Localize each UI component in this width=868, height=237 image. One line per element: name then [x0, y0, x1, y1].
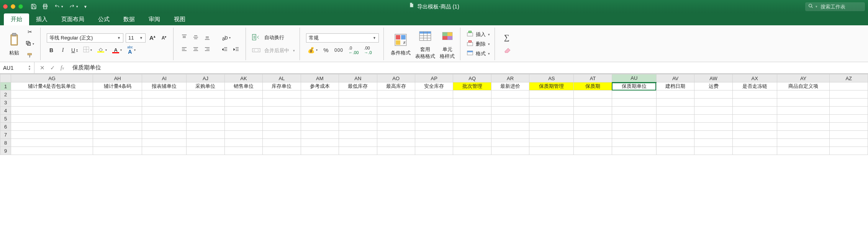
- row-header[interactable]: 9: [0, 147, 11, 155]
- cell[interactable]: [339, 123, 377, 131]
- decrease-decimal-button[interactable]: .00→.0: [362, 46, 373, 55]
- cell[interactable]: [11, 123, 93, 131]
- phonetic-button[interactable]: abc A: [126, 46, 137, 55]
- decrease-indent-button[interactable]: [220, 46, 229, 55]
- cell[interactable]: [694, 91, 732, 99]
- column-header[interactable]: AH: [93, 74, 142, 82]
- column-header[interactable]: AN: [339, 74, 377, 82]
- cell[interactable]: [377, 91, 415, 99]
- cell[interactable]: [830, 139, 868, 147]
- cell[interactable]: [830, 115, 868, 123]
- cell[interactable]: [529, 147, 574, 155]
- decrease-font-button[interactable]: A▾: [159, 33, 169, 43]
- row-header[interactable]: 3: [0, 99, 11, 107]
- qat-customize-icon[interactable]: ▼: [84, 5, 87, 9]
- cell[interactable]: [187, 123, 224, 131]
- cell[interactable]: 运费: [694, 82, 732, 91]
- underline-button[interactable]: U: [70, 46, 79, 55]
- cell[interactable]: 批次管理: [453, 82, 491, 91]
- minimize-window-button[interactable]: [11, 4, 15, 9]
- cell[interactable]: 最新进价: [491, 82, 529, 91]
- cell[interactable]: [415, 99, 453, 107]
- column-header[interactable]: AY: [777, 74, 830, 82]
- row-header[interactable]: 6: [0, 123, 11, 131]
- cell[interactable]: 保质期管理: [529, 82, 574, 91]
- cell[interactable]: [732, 147, 777, 155]
- cell[interactable]: [142, 139, 187, 147]
- close-window-button[interactable]: [3, 4, 8, 9]
- cell[interactable]: [339, 115, 377, 123]
- cell[interactable]: [777, 139, 830, 147]
- cell[interactable]: [453, 99, 491, 107]
- cell[interactable]: [732, 123, 777, 131]
- cell[interactable]: [301, 91, 339, 99]
- copy-button[interactable]: [24, 40, 36, 49]
- tab-data[interactable]: 数据: [116, 13, 142, 25]
- cell[interactable]: 参考成本: [301, 82, 339, 91]
- cell[interactable]: [377, 147, 415, 155]
- redo-icon[interactable]: ▾: [69, 4, 78, 9]
- cell[interactable]: [732, 99, 777, 107]
- cell[interactable]: [301, 131, 339, 139]
- tab-page-layout[interactable]: 页面布局: [54, 13, 91, 25]
- cell[interactable]: [187, 107, 224, 115]
- column-header[interactable]: AU: [612, 74, 656, 82]
- cell[interactable]: [415, 131, 453, 139]
- cell[interactable]: 商品自定义项: [777, 82, 830, 91]
- cell[interactable]: [11, 139, 93, 147]
- column-header[interactable]: AT: [574, 74, 612, 82]
- cell[interactable]: [224, 147, 262, 155]
- cell[interactable]: [142, 147, 187, 155]
- font-color-button[interactable]: A: [111, 46, 123, 55]
- cell[interactable]: [93, 107, 142, 115]
- column-header[interactable]: AG: [11, 74, 93, 82]
- cell[interactable]: [656, 107, 694, 115]
- cell[interactable]: [694, 107, 732, 115]
- cell[interactable]: [415, 147, 453, 155]
- cell[interactable]: [301, 147, 339, 155]
- cell[interactable]: [93, 147, 142, 155]
- cell[interactable]: [656, 99, 694, 107]
- cell[interactable]: [224, 115, 262, 123]
- cell[interactable]: [11, 99, 93, 107]
- cell-styles-button[interactable]: 单元 格样式: [439, 28, 455, 61]
- cell[interactable]: [732, 107, 777, 115]
- cell[interactable]: [612, 107, 656, 115]
- cell[interactable]: [339, 91, 377, 99]
- cell[interactable]: [612, 115, 656, 123]
- cell[interactable]: [93, 123, 142, 131]
- row-header[interactable]: 4: [0, 107, 11, 115]
- save-icon[interactable]: [31, 3, 37, 10]
- column-header[interactable]: AR: [491, 74, 529, 82]
- delete-cells-button[interactable]: 删除 ▾: [467, 40, 490, 48]
- search-input[interactable]: [820, 3, 862, 10]
- column-header[interactable]: AL: [263, 74, 301, 82]
- cell[interactable]: [656, 147, 694, 155]
- cell[interactable]: [612, 147, 656, 155]
- column-header[interactable]: AX: [732, 74, 777, 82]
- font-name-combo[interactable]: 等线 Regular (正文) ▼: [47, 33, 123, 43]
- cell[interactable]: [224, 123, 262, 131]
- cell[interactable]: [453, 139, 491, 147]
- cell[interactable]: [187, 91, 224, 99]
- conditional-format-button[interactable]: ≠ 条件格式: [390, 31, 411, 57]
- cell[interactable]: [612, 99, 656, 107]
- cell[interactable]: [830, 131, 868, 139]
- cell[interactable]: [93, 99, 142, 107]
- cell[interactable]: [339, 131, 377, 139]
- cell[interactable]: [612, 91, 656, 99]
- select-all-corner[interactable]: [0, 74, 11, 82]
- cell[interactable]: [263, 123, 301, 131]
- align-bottom-button[interactable]: [203, 33, 212, 43]
- cell[interactable]: [612, 139, 656, 147]
- cell[interactable]: [656, 91, 694, 99]
- cell[interactable]: [377, 123, 415, 131]
- cell[interactable]: [263, 131, 301, 139]
- cell[interactable]: [777, 147, 830, 155]
- spreadsheet-grid[interactable]: AGAHAIAJAKALAMANAOAPAQARASATAUAVAWAXAYAZ…: [0, 74, 868, 155]
- cell[interactable]: [301, 99, 339, 107]
- row-header[interactable]: 1: [0, 82, 11, 91]
- cell[interactable]: [612, 131, 656, 139]
- fx-icon[interactable]: fx: [61, 64, 64, 71]
- percent-button[interactable]: %: [321, 46, 331, 55]
